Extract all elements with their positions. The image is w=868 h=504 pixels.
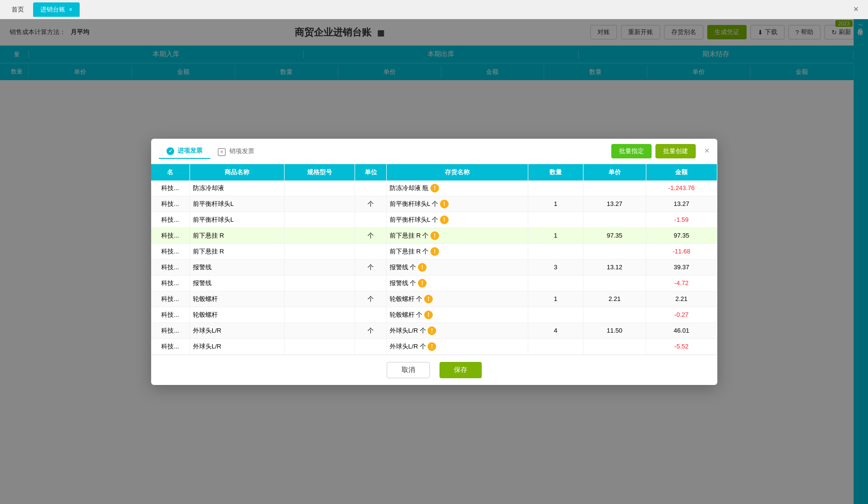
- cell-inventory: 前下悬挂 R 个 !: [386, 228, 528, 243]
- warning-icon: !: [428, 326, 436, 335]
- cell-unit-price: 13.27: [583, 196, 646, 212]
- cell-inventory: 轮毂螺杆 个 !: [386, 291, 528, 307]
- cell-amount: -0.27: [646, 307, 717, 323]
- cell-company: 科技...: [151, 307, 190, 323]
- table-row[interactable]: 科技... 报警线 个 报警线 个 ! 3 13.12 39.37: [151, 259, 717, 275]
- cell-amount: -5.52: [646, 338, 717, 354]
- cell-product: 轮毂螺杆: [190, 307, 284, 323]
- cell-inventory: 防冻冷却液 瓶 !: [386, 180, 528, 196]
- cell-amount: 2.21: [646, 291, 717, 307]
- th-quantity: 数量: [528, 164, 583, 180]
- cell-product: 外球头L/R: [190, 323, 284, 338]
- cell-unit-price: 11.50: [583, 323, 646, 338]
- cell-spec: [284, 243, 355, 259]
- cell-spec: [284, 180, 355, 196]
- cell-company: 科技...: [151, 228, 190, 243]
- modal-close-button[interactable]: ×: [704, 146, 710, 156]
- cell-company: 科技...: [151, 323, 190, 338]
- warning-icon: !: [430, 231, 439, 240]
- cell-unit: [355, 338, 387, 354]
- cell-product: 轮毂螺杆: [190, 291, 284, 307]
- cell-unit-price: 97.35: [583, 228, 646, 243]
- cell-company: 科技...: [151, 338, 190, 354]
- close-tab-icon[interactable]: ×: [69, 6, 72, 13]
- warning-icon: !: [440, 216, 449, 224]
- cell-quantity: [528, 338, 583, 354]
- cell-company: 科技...: [151, 196, 190, 212]
- cell-amount: 97.35: [646, 228, 717, 243]
- warning-icon: !: [424, 311, 433, 319]
- cell-company: 科技...: [151, 212, 190, 228]
- cell-inventory: 前下悬挂 R 个 !: [386, 243, 528, 259]
- th-unit-price: 单价: [583, 164, 646, 180]
- cell-spec: [284, 212, 355, 228]
- cell-unit-price: 13.12: [583, 259, 646, 275]
- cell-product: 前平衡杆球头L: [190, 196, 284, 212]
- table-row[interactable]: 科技... 前下悬挂 R 个 前下悬挂 R 个 ! 1 97.35 97.35: [151, 228, 717, 243]
- th-amount: 金额: [646, 164, 717, 180]
- cell-unit: 个: [355, 291, 387, 307]
- cell-quantity: 1: [528, 291, 583, 307]
- batch-create-button[interactable]: 批量创建: [655, 144, 696, 158]
- cell-unit-price: [583, 212, 646, 228]
- tab-invoice[interactable]: ✓ 进项发票: [159, 144, 211, 159]
- cell-unit: [355, 243, 387, 259]
- cell-company: 科技...: [151, 243, 190, 259]
- cell-unit: [355, 180, 387, 196]
- warning-icon: !: [430, 247, 439, 256]
- save-button[interactable]: 保存: [440, 362, 482, 378]
- table-row[interactable]: 科技... 外球头L/R 个 外球头L/R 个 ! 4 11.50 46.01: [151, 323, 717, 338]
- modal-table: 名 商品名称 规格型号 单位 存货名称 数量 单价 金额 科技... 防冻冷却液: [151, 164, 717, 355]
- tab-sales[interactable]: ≡ 销项发票: [210, 144, 262, 159]
- cell-inventory: 报警线 个 !: [386, 259, 528, 275]
- table-row[interactable]: 科技... 轮毂螺杆 轮毂螺杆 个 ! -0.27: [151, 307, 717, 323]
- cell-spec: [284, 196, 355, 212]
- cell-quantity: 3: [528, 259, 583, 275]
- table-row[interactable]: 科技... 外球头L/R 外球头L/R 个 ! -5.52: [151, 338, 717, 354]
- cell-inventory: 前平衡杆球头L 个 !: [386, 212, 528, 228]
- cell-amount: 39.37: [646, 259, 717, 275]
- home-tab[interactable]: 首页: [5, 3, 31, 16]
- table-row[interactable]: 科技... 轮毂螺杆 个 轮毂螺杆 个 ! 1 2.21 2.21: [151, 291, 717, 307]
- table-row[interactable]: 科技... 报警线 报警线 个 ! -4.72: [151, 275, 717, 291]
- cell-unit: 个: [355, 228, 387, 243]
- modal-header: ✓ 进项发票 ≡ 销项发票 批量指定 批量创建 ×: [151, 139, 717, 164]
- cell-spec: [284, 307, 355, 323]
- window-close-button[interactable]: ×: [849, 2, 863, 17]
- cell-unit-price: [583, 338, 646, 354]
- cell-amount: -4.72: [646, 275, 717, 291]
- main-content: 销售成本计算方法： 月平均 商贸企业进销台账 ▦ 对账 重新开账 存货别名 生成…: [0, 19, 868, 504]
- cell-product: 前平衡杆球头L: [190, 212, 284, 228]
- cell-inventory: 外球头L/R 个 !: [386, 323, 528, 338]
- batch-assign-button[interactable]: 批量指定: [611, 144, 652, 158]
- cell-unit: 个: [355, 196, 387, 212]
- cell-spec: [284, 228, 355, 243]
- modal-table-container[interactable]: 名 商品名称 规格型号 单位 存货名称 数量 单价 金额 科技... 防冻冷却液: [151, 164, 717, 355]
- cell-company: 科技...: [151, 275, 190, 291]
- cell-unit: 个: [355, 259, 387, 275]
- cell-unit-price: 2.21: [583, 291, 646, 307]
- cell-amount: -11.68: [646, 243, 717, 259]
- sales-tab-icon: ≡: [218, 148, 226, 156]
- cell-quantity: [528, 180, 583, 196]
- cell-company: 科技...: [151, 291, 190, 307]
- cell-unit: 个: [355, 323, 387, 338]
- table-row[interactable]: 科技... 前平衡杆球头L 前平衡杆球头L 个 ! -1.59: [151, 212, 717, 228]
- cell-inventory: 前平衡杆球头L 个 !: [386, 196, 528, 212]
- active-tab[interactable]: 进销台账 ×: [33, 2, 80, 17]
- cell-inventory: 外球头L/R 个 !: [386, 338, 528, 354]
- modal-dialog: ✓ 进项发票 ≡ 销项发票 批量指定 批量创建 ×: [151, 139, 717, 385]
- cell-amount: -1.59: [646, 212, 717, 228]
- warning-icon: !: [424, 295, 433, 303]
- th-spec: 规格型号: [284, 164, 355, 180]
- table-row[interactable]: 科技... 防冻冷却液 防冻冷却液 瓶 ! -1,243.76: [151, 180, 717, 196]
- table-row[interactable]: 科技... 前平衡杆球头L 个 前平衡杆球头L 个 ! 1 13.27 13.2…: [151, 196, 717, 212]
- table-row[interactable]: 科技... 前下悬挂 R 前下悬挂 R 个 ! -11.68: [151, 243, 717, 259]
- cell-quantity: [528, 243, 583, 259]
- cell-spec: [284, 259, 355, 275]
- cancel-button[interactable]: 取消: [387, 362, 430, 378]
- warning-icon: !: [440, 200, 449, 208]
- modal-footer: 取消 保存: [151, 355, 717, 385]
- cell-spec: [284, 275, 355, 291]
- table-header-row: 名 商品名称 规格型号 单位 存货名称 数量 单价 金额: [151, 164, 717, 180]
